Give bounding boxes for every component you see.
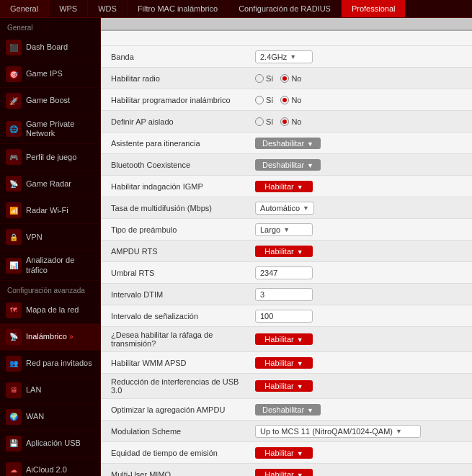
text-input-10[interactable] <box>255 266 313 279</box>
disable-button-5[interactable]: Deshabilitar▼ <box>255 159 321 171</box>
dropdown-8[interactable]: Largo▼ <box>255 223 313 236</box>
enable-button-18[interactable]: Habilitar▼ <box>255 447 313 459</box>
enable-button-9[interactable]: Habilitar▼ <box>255 246 313 257</box>
enable-button-19[interactable]: Habilitar▼ <box>255 469 313 477</box>
inalambrico-icon: 📡 <box>6 329 22 345</box>
settings-control: SíNo <box>255 74 462 83</box>
sidebar-item-game-private-network[interactable]: 🌐 Game Private Network <box>0 114 100 144</box>
sidebar-item-dashboard[interactable]: ⬛ Dash Board <box>0 35 100 61</box>
enable-button-15[interactable]: Habilitar▼ <box>255 380 313 392</box>
sidebar-item-perfil-juego[interactable]: 🎮 Perfil de juego <box>0 144 100 171</box>
top-navigation: GeneralWPSWDSFiltro MAC inalámbricoConfi… <box>0 0 472 18</box>
game-private-network-icon: 🌐 <box>6 121 22 137</box>
radio-option[interactable]: No <box>280 74 301 83</box>
settings-label: Intervalo DTIM <box>111 290 255 299</box>
settings-row: Asistente para itineranciaDeshabilitar▼ <box>101 133 472 154</box>
text-input-12[interactable] <box>255 310 313 323</box>
enable-button-13[interactable]: Habilitar▼ <box>255 333 313 345</box>
dropdown-0[interactable]: 2.4GHz▼ <box>255 50 313 63</box>
settings-table: Banda2.4GHz▼Habilitar radioSíNoHabilitar… <box>101 46 472 476</box>
sidebar-item-game-radar[interactable]: 📡 Game Radar <box>0 171 100 197</box>
radio-option[interactable]: No <box>280 96 301 104</box>
settings-control <box>255 288 462 301</box>
enable-button-14[interactable]: Habilitar▼ <box>255 357 313 369</box>
settings-row: Optimizar la agregación AMPDUDeshabilita… <box>101 399 472 421</box>
tab-professional[interactable]: Professional <box>342 0 406 17</box>
dropdown-wide-17[interactable]: Up to MCS 11 (NitroQAM/1024-QAM)▼ <box>255 425 421 438</box>
radio-option[interactable]: No <box>280 117 301 126</box>
radio-dot <box>280 74 289 83</box>
settings-label: AMPDU RTS <box>111 247 255 256</box>
dropdown-arrow-icon: ▼ <box>297 383 303 390</box>
dropdown-arrow-icon: ▼ <box>297 360 303 367</box>
settings-row: Banda2.4GHz▼ <box>101 46 472 68</box>
radio-option[interactable]: Sí <box>255 74 273 83</box>
red-invitados-icon: 👥 <box>6 356 22 372</box>
settings-label: Reducción de interferencias de USB 3.0 <box>111 377 255 395</box>
disable-button-4[interactable]: Deshabilitar▼ <box>255 138 321 149</box>
tab-radius[interactable]: Configuración de RADIUS <box>228 0 342 17</box>
settings-control: Habilitar▼ <box>255 380 462 392</box>
sidebar-item-inalambrico[interactable]: 📡 Inalámbrico » <box>0 324 100 351</box>
sidebar-item-wan[interactable]: 🌍 WAN <box>0 404 100 431</box>
enable-button-6[interactable]: Habilitar▼ <box>255 181 313 192</box>
settings-control: Automático▼ <box>255 202 462 215</box>
settings-label: Tipo de preámbulo <box>111 225 255 234</box>
sidebar-section-general: General <box>0 18 100 35</box>
settings-control: Deshabilitar▼ <box>255 404 462 416</box>
sidebar-item-game-ips[interactable]: 🎯 Game IPS <box>0 61 100 88</box>
sidebar-item-game-boost[interactable]: 🚀 Game Boost <box>0 88 100 114</box>
tab-wds[interactable]: WDS <box>88 0 128 17</box>
dropdown-arrow-icon: ▼ <box>297 472 303 477</box>
settings-label: Asistente para itinerancia <box>111 139 255 148</box>
settings-control: Largo▼ <box>255 223 462 236</box>
wan-icon: 🌍 <box>6 409 22 425</box>
dropdown-7[interactable]: Automático▼ <box>255 202 314 215</box>
settings-control: 2.4GHz▼ <box>255 50 462 63</box>
settings-label: Habilitar radio <box>111 74 255 83</box>
settings-control: Deshabilitar▼ <box>255 159 462 171</box>
sidebar-item-red-invitados[interactable]: 👥 Red para invitados <box>0 351 100 377</box>
tab-general[interactable]: General <box>0 0 49 17</box>
aplicacion-usb-icon: 💾 <box>6 436 22 452</box>
sidebar-section-avanzado: Configuración avanzada <box>0 281 100 297</box>
settings-label: Intervalo de señalización <box>111 312 255 320</box>
radio-group-3: SíNo <box>255 117 301 126</box>
sidebar: General⬛ Dash Board🎯 Game IPS🚀 Game Boos… <box>0 18 101 476</box>
settings-row: Modulation SchemeUp to MCS 11 (NitroQAM/… <box>101 421 472 442</box>
tab-filtro-mac[interactable]: Filtro MAC inalámbrico <box>128 0 228 17</box>
disable-button-16[interactable]: Deshabilitar▼ <box>255 404 321 416</box>
radio-dot <box>280 117 289 126</box>
radio-option[interactable]: Sí <box>255 117 273 126</box>
game-ips-icon: 🎯 <box>6 66 22 82</box>
sidebar-item-aicloud[interactable]: ☁ AiCloud 2.0 <box>0 457 100 476</box>
radio-dot <box>255 117 264 126</box>
vpn-icon: 🔒 <box>6 229 22 245</box>
settings-row: Umbral RTS <box>101 262 472 284</box>
lan-icon: 🖥 <box>6 382 22 398</box>
analizador-trafico-icon: 📊 <box>6 258 22 274</box>
mapa-red-icon: 🗺 <box>6 302 22 318</box>
sidebar-item-aplicacion-usb[interactable]: 💾 Aplicación USB <box>0 431 100 457</box>
content-area: Banda2.4GHz▼Habilitar radioSíNoHabilitar… <box>101 18 472 476</box>
settings-label: Multi-User MIMO <box>111 470 255 477</box>
settings-control: Habilitar▼ <box>255 333 462 345</box>
perfil-juego-icon: 🎮 <box>6 149 22 165</box>
settings-row: Habilitar programador inalámbricoSíNo <box>101 89 472 111</box>
settings-row: Tipo de preámbuloLargo▼ <box>101 219 472 241</box>
text-input-11[interactable] <box>255 288 313 301</box>
sidebar-item-radar-wifi[interactable]: 📶 Radar Wi-Fi <box>0 197 100 224</box>
radio-dot <box>255 96 264 104</box>
tab-wps[interactable]: WPS <box>49 0 88 17</box>
settings-label: Habilitar indagación IGMP <box>111 182 255 191</box>
settings-row: Tasa de multidifusión (Mbps)Automático▼ <box>101 197 472 219</box>
content-description <box>101 31 472 46</box>
settings-row: Definir AP aisladoSíNo <box>101 111 472 133</box>
radio-option[interactable]: Sí <box>255 96 273 104</box>
sidebar-item-mapa-red[interactable]: 🗺 Mapa de la red <box>0 297 100 324</box>
page-title <box>101 18 472 31</box>
sidebar-item-lan[interactable]: 🖥 LAN <box>0 377 100 404</box>
settings-control: Habilitar▼ <box>255 447 462 459</box>
sidebar-item-analizador-trafico[interactable]: 📊 Analizador de tráfico <box>0 251 100 280</box>
sidebar-item-vpn[interactable]: 🔒 VPN <box>0 224 100 251</box>
